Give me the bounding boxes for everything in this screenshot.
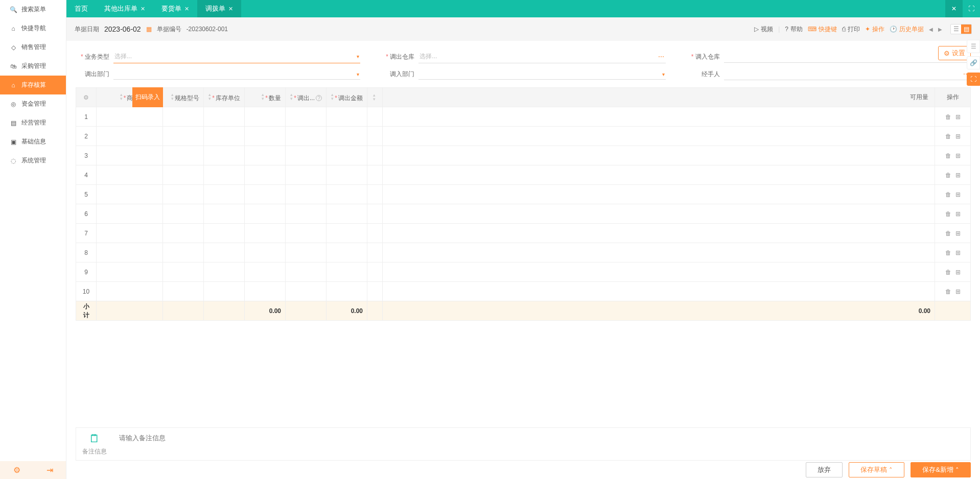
- table-row[interactable]: 5🗑⊞: [76, 185, 971, 204]
- fullscreen-icon[interactable]: ⛶: [963, 0, 980, 17]
- handler-select[interactable]: ⋯: [724, 68, 971, 80]
- delete-row-icon[interactable]: 🗑: [945, 269, 951, 276]
- scan-entry-button[interactable]: 扫码录入: [132, 87, 163, 107]
- biz-type-select[interactable]: 选择...▾: [113, 50, 360, 63]
- remark-section: 🗒 备注信息: [76, 427, 971, 461]
- doc-no-value: -20230602-001: [186, 26, 228, 33]
- insert-row-icon[interactable]: ⊞: [955, 191, 961, 198]
- tab-1[interactable]: 其他出库单✕: [96, 0, 153, 17]
- print-link[interactable]: ⎙ 打印: [842, 25, 860, 34]
- save-add-button[interactable]: 保存&新增 ˄: [911, 462, 971, 477]
- calendar-icon[interactable]: ▦: [146, 26, 152, 33]
- chevron-down-icon: ▾: [357, 54, 359, 59]
- logout-icon[interactable]: ⇥: [46, 465, 53, 475]
- delete-row-icon[interactable]: 🗑: [945, 288, 951, 295]
- insert-row-icon[interactable]: ⊞: [955, 288, 961, 295]
- tab-close-icon[interactable]: ✕: [228, 6, 233, 12]
- table-row[interactable]: 3🗑⊞: [76, 146, 971, 165]
- insert-row-icon[interactable]: ⊞: [955, 152, 961, 159]
- table-row[interactable]: 7🗑⊞: [76, 224, 971, 243]
- out-warehouse-select[interactable]: 选择...⋯: [418, 50, 665, 63]
- table-row[interactable]: 2🗑⊞: [76, 127, 971, 146]
- tab-3[interactable]: 调拨单✕: [197, 0, 241, 17]
- in-warehouse-select[interactable]: ⋯: [724, 51, 971, 63]
- remark-input[interactable]: [119, 434, 964, 442]
- rail-button-1[interactable]: ☰: [967, 40, 980, 53]
- discard-button[interactable]: 放弃: [806, 462, 843, 477]
- form-area: ⚙ 设置 业务类型 选择...▾ 调出仓库 选择...⋯ 调入仓库 ⋯ 调出部门: [66, 41, 980, 87]
- sidebar-item-4[interactable]: ⌂库存核算: [0, 76, 66, 94]
- insert-row-icon[interactable]: ⊞: [955, 113, 961, 121]
- tab-close-all[interactable]: ✕: [945, 0, 963, 17]
- col-spec[interactable]: ▴▾规格型号: [163, 88, 204, 107]
- save-draft-button[interactable]: 保存草稿 ˄: [849, 462, 904, 477]
- insert-row-icon[interactable]: ⊞: [955, 172, 961, 179]
- delete-row-icon[interactable]: 🗑: [945, 230, 951, 237]
- col-product[interactable]: ▴▾商品扫码录入: [97, 88, 163, 107]
- delete-row-icon[interactable]: 🗑: [945, 152, 951, 159]
- rail-button-2[interactable]: 🔗: [967, 56, 980, 69]
- field-out-warehouse: 调出仓库 选择...⋯: [381, 50, 665, 63]
- in-dept-select[interactable]: ▾: [418, 69, 665, 80]
- delete-row-icon[interactable]: 🗑: [945, 191, 951, 198]
- table-row[interactable]: 1🗑⊞: [76, 107, 971, 127]
- tab-2[interactable]: 要货单✕: [153, 0, 197, 17]
- gear-icon: ◌: [9, 157, 17, 165]
- sidebar-item-2[interactable]: ◇销售管理: [0, 38, 66, 57]
- col-blank-sort[interactable]: ▴▾: [367, 88, 383, 107]
- insert-row-icon[interactable]: ⊞: [955, 249, 961, 256]
- out-dept-select[interactable]: ▾: [113, 69, 360, 80]
- remark-side: 🗒 备注信息: [76, 428, 113, 460]
- rail-button-3[interactable]: ⛶: [967, 73, 980, 86]
- col-action: 操作: [935, 88, 971, 107]
- history-link[interactable]: 🕑 历史单据: [890, 25, 924, 34]
- col-gear[interactable]: ⚙: [76, 88, 97, 107]
- field-in-warehouse: 调入仓库 ⋯: [686, 50, 971, 63]
- delete-row-icon[interactable]: 🗑: [945, 172, 951, 179]
- delete-row-icon[interactable]: 🗑: [945, 210, 951, 218]
- col-available[interactable]: 可用量: [383, 88, 935, 107]
- tab-close-icon[interactable]: ✕: [184, 6, 189, 12]
- col-amount[interactable]: ▴▾调出金额: [326, 88, 367, 107]
- doc-date-value[interactable]: 2023-06-02: [104, 25, 141, 33]
- view-form-icon[interactable]: ▤: [961, 25, 971, 34]
- tag-icon: ◇: [9, 43, 17, 52]
- sidebar-item-3[interactable]: 🛍采购管理: [0, 57, 66, 76]
- col-price[interactable]: ▴▾调出...?: [286, 88, 326, 107]
- table-row[interactable]: 6🗑⊞: [76, 204, 971, 224]
- table-row[interactable]: 9🗑⊞: [76, 262, 971, 282]
- tab-0[interactable]: 首页: [66, 0, 96, 17]
- footer-actions: 放弃 保存草稿 ˄ 保存&新增 ˄: [66, 461, 980, 479]
- col-qty[interactable]: ▴▾数量: [245, 88, 286, 107]
- table-row[interactable]: 8🗑⊞: [76, 243, 971, 262]
- field-out-dept: 调出部门 ▾: [76, 68, 360, 80]
- sidebar-item-8[interactable]: ◌系统管理: [0, 151, 66, 170]
- video-link[interactable]: ▷ 视频: [754, 25, 773, 34]
- subtotal-row: 小计0.000.000.00: [76, 301, 971, 321]
- delete-row-icon[interactable]: 🗑: [945, 133, 951, 140]
- delete-row-icon[interactable]: 🗑: [945, 113, 951, 121]
- sidebar-item-5[interactable]: ◎资金管理: [0, 94, 66, 113]
- settings-icon[interactable]: ⚙: [13, 465, 20, 475]
- sidebar-item-7[interactable]: ▣基础信息: [0, 132, 66, 151]
- help-icon[interactable]: ?: [316, 95, 322, 101]
- sidebar-item-0[interactable]: 🔍搜索菜单: [0, 0, 66, 19]
- insert-row-icon[interactable]: ⊞: [955, 230, 961, 237]
- tab-close-icon[interactable]: ✕: [141, 6, 145, 12]
- sidebar-item-6[interactable]: ▤经营管理: [0, 113, 66, 132]
- sidebar-item-1[interactable]: ⌂快捷导航: [0, 19, 66, 38]
- insert-row-icon[interactable]: ⊞: [955, 133, 961, 140]
- help-link[interactable]: ? 帮助: [785, 25, 803, 34]
- form-settings-button[interactable]: ⚙ 设置: [938, 46, 971, 60]
- shortcut-link[interactable]: ⌨ 快捷键: [808, 25, 837, 34]
- view-list-icon[interactable]: ☰: [951, 25, 961, 34]
- table-row[interactable]: 4🗑⊞: [76, 165, 971, 185]
- table-row[interactable]: 10🗑⊞: [76, 282, 971, 301]
- col-unit[interactable]: ▴▾库存单位: [204, 88, 245, 107]
- prev-doc-icon[interactable]: ◀: [929, 27, 933, 32]
- insert-row-icon[interactable]: ⊞: [955, 210, 961, 218]
- delete-row-icon[interactable]: 🗑: [945, 249, 951, 256]
- insert-row-icon[interactable]: ⊞: [955, 269, 961, 276]
- next-doc-icon[interactable]: ▶: [938, 27, 942, 32]
- operate-link[interactable]: ✦ 操作: [865, 25, 884, 34]
